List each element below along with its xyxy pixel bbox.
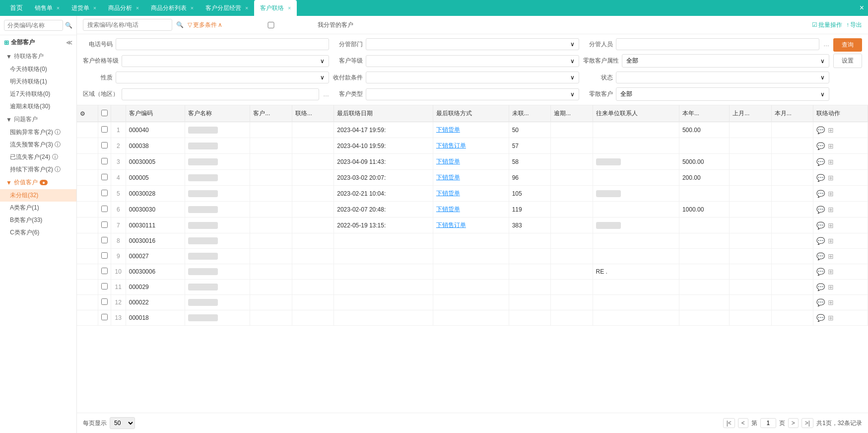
col-no-contact-header[interactable]: 未联... [509,105,550,122]
prev-page-button[interactable]: < [738,418,748,428]
sidebar-item-overdue[interactable]: 逾期未联络(30) [0,100,76,113]
contact-method-link[interactable]: 下销售订单 [436,221,466,228]
nav-home[interactable]: 首页 [4,0,29,16]
row-last-contact-method[interactable]: 下销售订单 [433,138,509,154]
contact-method-link[interactable]: 下销货单 [436,126,460,133]
col-code-header[interactable]: 客户编码 [126,105,185,122]
price-grade-select[interactable]: ∨ [122,55,329,67]
message-icon[interactable]: 💬 [816,126,825,134]
select-all-checkbox[interactable] [101,110,108,116]
grid-action-icon[interactable]: ⊞ [828,252,834,260]
page-number-input[interactable] [760,418,776,428]
message-icon[interactable]: 💬 [816,268,825,276]
retail-select[interactable]: 全部 ∨ [616,87,829,101]
contact-method-link[interactable]: 下销货单 [436,158,460,165]
last-page-button[interactable]: >| [801,418,813,428]
row-settings[interactable] [77,138,98,154]
search-button[interactable]: 🔍 [176,21,184,28]
row-last-contact-method[interactable] [433,249,509,264]
grid-action-icon[interactable]: ⊞ [828,190,834,198]
message-icon[interactable]: 💬 [816,298,825,306]
message-icon[interactable]: 💬 [816,221,825,229]
sidebar-group-problem[interactable]: ▼ 问题客户 [0,113,76,126]
nav-tab-2[interactable]: 商品分析 × [102,0,145,16]
close-all-button[interactable]: × [860,3,864,12]
sidebar-item-a-class[interactable]: A类客户(1) [0,202,76,214]
row-settings[interactable] [77,280,98,295]
query-button[interactable]: 查询 [833,38,862,52]
row-last-contact-method[interactable]: 下销货单 [433,154,509,170]
contact-method-link[interactable]: 下销货单 [436,174,460,181]
sidebar-item-declining[interactable]: 持续下滑客户(2) ⓘ [0,163,76,176]
export-button[interactable]: ↑ 导出 [846,21,862,29]
row-settings[interactable] [77,264,98,280]
message-icon[interactable]: 💬 [816,252,825,260]
col-last-contact-date-header[interactable]: 最后联络日期 [334,105,433,122]
col-settings[interactable]: ⚙ [77,105,98,122]
message-icon[interactable]: 💬 [816,283,825,291]
message-icon[interactable]: 💬 [816,142,825,150]
close-icon-4[interactable]: × [245,5,248,11]
my-customers-checkbox[interactable] [226,22,316,28]
grid-action-icon[interactable]: ⊞ [828,206,834,214]
first-page-button[interactable]: |< [723,418,735,428]
row-checkbox[interactable] [101,268,108,274]
row-last-contact-method[interactable] [433,295,509,310]
grid-action-icon[interactable]: ⊞ [828,237,834,245]
message-icon[interactable]: 💬 [816,174,825,182]
message-icon[interactable]: 💬 [816,158,825,166]
col-type-header[interactable]: 客户... [250,105,292,122]
grid-action-icon[interactable]: ⊞ [828,314,834,322]
contact-method-link[interactable]: 下销售订单 [436,142,466,149]
close-icon-3[interactable]: × [191,5,194,11]
col-this-month-header[interactable]: 本月... [771,105,813,122]
col-overdue-header[interactable]: 逾期... [551,105,593,122]
row-settings[interactable] [77,217,98,233]
my-customers-checkbox-label[interactable]: 我分管的客户 [226,21,353,29]
nav-tab-5[interactable]: 客户联络 × [254,0,297,16]
col-this-year-header[interactable]: 本年... [679,105,729,122]
grid-action-icon[interactable]: ⊞ [828,174,834,182]
message-icon[interactable]: 💬 [816,190,825,198]
search-input[interactable] [83,19,172,31]
message-icon[interactable]: 💬 [816,314,825,322]
col-name-header[interactable]: 客户名称 [185,105,250,122]
grid-action-icon[interactable]: ⊞ [828,298,834,306]
sidebar-item-c-class[interactable]: C类客户(6) [0,226,76,239]
row-checkbox[interactable] [101,158,108,164]
sidebar-group-value[interactable]: ▼ 价值客户 ● [0,176,76,189]
sidebar-item-tomorrow[interactable]: 明天待联络(1) [0,75,76,88]
sidebar-item-churn-warn[interactable]: 流失预警客户(3) ⓘ [0,139,76,151]
col-company-contact-header[interactable]: 往来单位联系人 [593,105,679,122]
row-settings[interactable] [77,170,98,186]
nature-select[interactable]: ∨ [116,72,329,83]
row-settings[interactable] [77,249,98,264]
col-contact-header[interactable]: 联络... [292,105,334,122]
contact-method-link[interactable]: 下销货单 [436,190,460,197]
nav-tab-4[interactable]: 客户分层经营 × [200,0,254,16]
sidebar-group-pending[interactable]: ▼ 待联络客户 [0,50,76,63]
grid-action-icon[interactable]: ⊞ [828,221,834,229]
grid-action-icon[interactable]: ⊞ [828,126,834,134]
sidebar-search-icon[interactable]: 🔍 [65,22,72,29]
row-last-contact-method[interactable]: 下销货单 [433,122,509,138]
nav-tab-0[interactable]: 销售单 × [29,0,66,16]
person-input[interactable] [616,38,819,50]
per-page-select[interactable]: 50 20 100 [110,417,135,429]
batch-operation-button[interactable]: ☑ 批量操作 [812,21,842,29]
col-checkbox-header[interactable] [98,105,111,122]
sidebar-item-churned[interactable]: 已流失客户(24) ⓘ [0,151,76,163]
row-last-contact-method[interactable]: 下销货单 [433,186,509,202]
row-settings[interactable] [77,186,98,202]
payment-select[interactable]: ∨ [366,72,579,83]
customer-grade-select[interactable]: ∨ [366,55,579,67]
row-checkbox[interactable] [101,142,108,148]
close-icon-0[interactable]: × [57,5,60,11]
col-last-month-header[interactable]: 上月... [730,105,771,122]
grid-action-icon[interactable]: ⊞ [828,142,834,150]
row-settings[interactable] [77,310,98,326]
row-last-contact-method[interactable] [433,310,509,326]
grid-action-icon[interactable]: ⊞ [828,158,834,166]
row-last-contact-method[interactable] [433,280,509,295]
row-checkbox[interactable] [101,314,108,320]
